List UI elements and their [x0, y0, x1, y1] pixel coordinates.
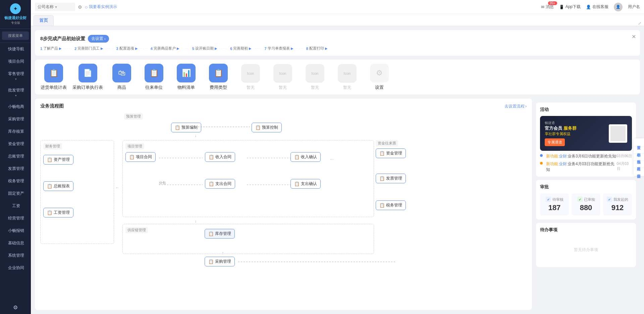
income-contract-node[interactable]: 📋收入合同 [205, 152, 235, 162]
quicknav-community-nav[interactable]: 服务社区 [634, 161, 644, 168]
approval-stat-2[interactable]: ✔ 我发起的 912 [603, 193, 632, 215]
step-num-3: 3 [116, 47, 118, 51]
message-button[interactable]: ✉ 消息 99+ [541, 4, 554, 10]
sidebar-item-inventory[interactable]: 库存核算 [0, 125, 31, 138]
approval-stat-0[interactable]: ✔ 待审核 187 [540, 193, 569, 215]
budget-control-icon: 📋 [175, 125, 180, 130]
sidebar-item-label: 资金管理 [8, 141, 24, 147]
sidebar-item-enterprise[interactable]: 企业协同 [0, 262, 31, 274]
shortcut-partner[interactable]: 📋 往来单位 [141, 64, 167, 90]
setup-close-button[interactable]: ✕ [632, 34, 636, 40]
expense-contract-node[interactable]: 📋支出合同 [205, 179, 235, 189]
app-download-button[interactable]: 📱 App下载 [559, 4, 581, 10]
chevron-right-icon: › [525, 104, 527, 109]
inventory-node[interactable]: 📋库存管理 [205, 229, 235, 239]
shortcut-icon-purchase-order: 📄 [78, 64, 97, 82]
supply-chain-group: 供应链管理 [122, 224, 374, 254]
sidebar-item-project-contract[interactable]: 项目合同 [0, 55, 31, 68]
shortcut-expense-type[interactable]: 📋 费用类型 [205, 64, 232, 90]
step-num-5: 5 [192, 47, 194, 51]
income-confirm-node[interactable]: 📋收入确认 [290, 152, 321, 162]
shortcut-label-partner: 往来单位 [145, 84, 163, 90]
shortcut-goods[interactable]: 🛍 商品 [108, 64, 135, 90]
shortcut-placeholder4[interactable]: Icon 暂无 [334, 64, 361, 90]
message-badge: 99+ [548, 1, 557, 5]
setup-steps: 1了解产品▶·····2完善部门员工▶·····3配置选项▶·····4完善商品… [40, 46, 635, 51]
flow-config-button[interactable]: 去设置流程 › [504, 104, 527, 109]
shortcut-purchase-list[interactable]: 📋 进货单统计表 [40, 64, 67, 90]
tab-home[interactable]: 首页 [34, 15, 54, 26]
sidebar-item-retail[interactable]: 零售管理▾ [0, 68, 31, 84]
sidebar-item-quick-nav[interactable]: 快捷导航 [0, 43, 31, 55]
approval-card: 审批 ✔ 待审核 187 ✔ 已审核 880 ✔ 我发起的 912 [536, 180, 636, 219]
user-avatar[interactable]: 👤 [614, 3, 623, 11]
shortcut-material-list[interactable]: 📊 物料清单 [173, 64, 200, 90]
project-contract-node[interactable]: 📋项目合同 [125, 152, 156, 162]
setup-goto-button[interactable]: 去设置 › [88, 35, 109, 43]
shortcut-placeholder2[interactable]: Icon 暂无 [269, 64, 296, 90]
sidebar-item-system[interactable]: 系统管理 [0, 249, 31, 262]
capital-mgmt-node[interactable]: 📋资金管理 [376, 148, 406, 158]
news-item-0[interactable]: 新功能业财业务3月6日功能更新抢先知 03月06日 [540, 153, 632, 159]
sidebar-item-ecommerce[interactable]: 小畅电商 [0, 101, 31, 113]
quicknav-home-nav[interactable]: 首页设置 [634, 140, 644, 147]
shortcut-settings-shortcut[interactable]: ⚙ 设置 [366, 64, 393, 90]
tax-mgmt-node[interactable]: 📋税务管理 [376, 200, 406, 210]
asset-icon: 📋 [47, 157, 52, 162]
quicknav-service-nav[interactable]: 客服热线 [634, 154, 644, 161]
setup-title-row: 8步完成产品初始设置 去设置 › [40, 35, 635, 43]
sidebar-item-label: 批发管理 [8, 87, 24, 93]
sidebar-item-fixed-assets[interactable]: 固定资产 [0, 187, 31, 200]
sidebar-item-basic[interactable]: 基础信息 [0, 237, 31, 249]
expense-confirm-node[interactable]: 📋支出确认 [290, 179, 321, 189]
sidebar-search-container[interactable]: 搜索菜单 [0, 29, 31, 43]
activity-qr-code [609, 124, 627, 143]
invoice-mgmt-node[interactable]: 📋发票管理 [376, 174, 406, 183]
sidebar-item-purchase[interactable]: 采购管理 [0, 113, 31, 125]
news-tag-1: 新功能业财业务4月03日功能更新抢先知 [546, 161, 617, 173]
news-item-1[interactable]: 新功能业财业务4月03日功能更新抢先知 04月03日 [540, 161, 632, 173]
asset-node[interactable]: 📋资产管理 [43, 155, 111, 165]
demo-link[interactable]: ○ 我要看实例演示 [85, 4, 117, 10]
ledger-node[interactable]: 📋总账报表 [43, 181, 111, 191]
approval-stats: ✔ 待审核 187 ✔ 已审核 880 ✔ 我发起的 912 [540, 193, 632, 215]
sidebar-item-operations[interactable]: 经营管理 [0, 212, 31, 225]
online-service-button[interactable]: 👤 在线客服 [586, 4, 608, 10]
topbar-settings-icon[interactable]: ⚙ [78, 4, 82, 10]
step-num-7: 7 [265, 47, 267, 51]
company-selector[interactable]: 公司名称 ▾ [35, 3, 75, 11]
sidebar-item-expense[interactable]: 小畅报销 [0, 225, 31, 237]
sidebar-item-label: 快捷导航 [8, 46, 24, 52]
search-menu-button[interactable]: 搜索菜单 [2, 32, 29, 40]
sidebar-item-salary[interactable]: 工资 [0, 200, 31, 212]
salary-node[interactable]: 📋工资管理 [43, 208, 111, 217]
shortcut-placeholder3[interactable]: Icon 暂无 [302, 64, 328, 90]
sidebar-item-label: 系统管理 [8, 253, 24, 258]
right-quicknav: 首页设置帮助中心客服热线服务社区桌面快捷 [634, 138, 644, 176]
sidebar-item-general-ledger[interactable]: 总账管理 [0, 150, 31, 163]
budget-ctrl-node[interactable]: 📋预算控制 [252, 123, 282, 132]
step-separator-3: ····· [181, 47, 190, 50]
sidebar-item-wholesale[interactable]: 批发管理▾ [0, 84, 31, 101]
shortcut-purchase-order[interactable]: 📄 采购订单执行表 [72, 64, 103, 90]
quicknav-help-nav[interactable]: 帮助中心 [634, 147, 644, 154]
budget-control-node[interactable]: 📋预算编制 [171, 123, 201, 132]
shortcut-icon-placeholder4: Icon [338, 64, 357, 83]
setup-step-2: 2完善部门员工▶ [74, 46, 103, 51]
shortcut-label-expense-type: 费用类型 [210, 84, 227, 90]
activity-join-button[interactable]: 专属通道 [545, 138, 565, 146]
sidebar-item-invoice[interactable]: 发票管理 [0, 163, 31, 175]
sidebar-settings-button[interactable]: ⚙ [0, 301, 31, 314]
purchase-node[interactable]: 📋采购管理 [205, 257, 235, 266]
bottom-section: 业务流程图 去设置流程 › 预算管理 � [35, 99, 640, 310]
shortcut-placeholder1[interactable]: Icon 暂无 [237, 64, 264, 90]
approval-stat-1[interactable]: ✔ 已审核 880 [572, 193, 600, 215]
news-dot-0 [540, 154, 543, 157]
quicknav-desktop-nav[interactable]: 桌面快捷 [634, 168, 644, 175]
expand-button[interactable]: ⤢ [638, 21, 644, 26]
step-num-4: 4 [151, 47, 153, 51]
sidebar-item-label: 企业协同 [8, 265, 24, 271]
sidebar-item-finance[interactable]: 资金管理 [0, 138, 31, 150]
income-confirm-icon: 📋 [294, 154, 300, 160]
sidebar-item-tax[interactable]: 税务管理 [0, 175, 31, 187]
